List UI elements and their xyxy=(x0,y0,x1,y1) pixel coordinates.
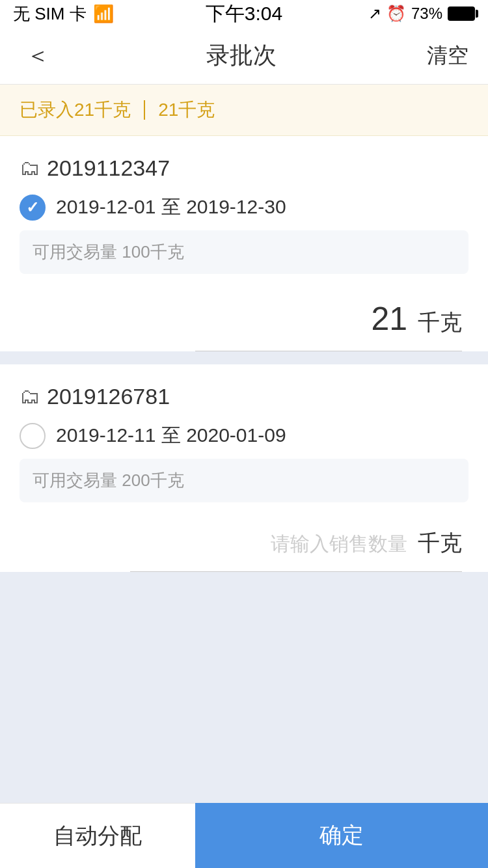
batch-2-date-row[interactable]: 2019-12-11 至 2020-01-09 xyxy=(0,416,488,459)
batch-1-radio[interactable] xyxy=(20,195,46,221)
batch-card-2: 🗂 2019126781 2019-12-11 至 2020-01-09 可用交… xyxy=(0,364,488,572)
time-display: 下午3:04 xyxy=(206,1,282,27)
batch-2-radio[interactable] xyxy=(20,423,46,449)
back-button[interactable]: ＜ xyxy=(20,33,56,78)
batch-2-input-placeholder[interactable]: 请输入销售数量 xyxy=(271,531,407,558)
batch-1-number: 2019112347 xyxy=(47,156,170,181)
batch-1-unit: 千克 xyxy=(418,308,462,338)
batch-1-icon: 🗂 xyxy=(20,156,40,180)
recorded-amount: 已录入21千克 xyxy=(20,98,131,122)
batch-2-unit: 千克 xyxy=(418,528,462,558)
batch-2-availability: 可用交易量 200千克 xyxy=(20,459,468,502)
batch-1-amount: 21 xyxy=(371,300,407,338)
batch-card-1: 🗂 2019112347 2019-12-01 至 2019-12-30 可用交… xyxy=(0,136,488,351)
batch-2-date: 2019-12-11 至 2020-01-09 xyxy=(56,422,286,449)
page-title: 录批次 xyxy=(206,40,277,72)
confirm-button[interactable]: 确定 xyxy=(195,803,488,868)
alarm-icon: ⏰ xyxy=(386,5,406,23)
section-divider-1 xyxy=(0,351,488,364)
batch-2-number: 2019126781 xyxy=(47,384,170,409)
status-left: 无 SIM 卡 📶 xyxy=(13,3,114,25)
batch-1-amount-row: 21 千克 xyxy=(0,287,488,351)
info-divider xyxy=(144,100,145,120)
batch-1-header: 🗂 2019112347 xyxy=(0,136,488,187)
batch-2-header: 🗂 2019126781 xyxy=(0,364,488,416)
bottom-bar: 自动分配 确定 xyxy=(0,803,488,868)
wifi-icon: 📶 xyxy=(93,4,114,24)
status-bar: 无 SIM 卡 📶 下午3:04 ↗ ⏰ 73% xyxy=(0,0,488,27)
confirm-label: 确定 xyxy=(319,821,364,850)
nav-bar: ＜ 录批次 清空 xyxy=(0,27,488,85)
total-amount: 21千克 xyxy=(158,98,215,122)
status-right: ↗ ⏰ 73% xyxy=(368,5,475,23)
carrier-text: 无 SIM 卡 xyxy=(13,3,87,25)
batch-1-date: 2019-12-01 至 2019-12-30 xyxy=(56,194,286,221)
location-icon: ↗ xyxy=(368,5,381,23)
batch-1-date-row[interactable]: 2019-12-01 至 2019-12-30 xyxy=(0,187,488,230)
info-banner: 已录入21千克 21千克 xyxy=(0,85,488,136)
auto-distribute-label: 自动分配 xyxy=(53,821,142,851)
battery-icon xyxy=(448,7,475,21)
batch-2-input-row[interactable]: 请输入销售数量 千克 xyxy=(0,515,488,571)
batch-2-icon: 🗂 xyxy=(20,385,40,409)
clear-button[interactable]: 清空 xyxy=(427,42,468,70)
batch-1-availability: 可用交易量 100千克 xyxy=(20,230,468,274)
battery-percentage: 73% xyxy=(411,5,442,23)
auto-distribute-button[interactable]: 自动分配 xyxy=(0,803,195,868)
content-area: 🗂 2019112347 2019-12-01 至 2019-12-30 可用交… xyxy=(0,136,488,868)
